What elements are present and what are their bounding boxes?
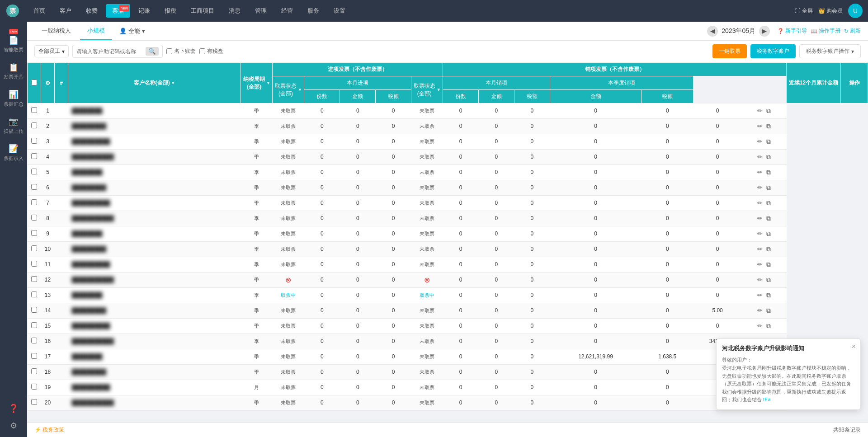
digital-account-btn[interactable]: 税务数字账户 [750,44,796,58]
check-ledger-checkbox[interactable] [166,48,172,54]
sidebar-item-scan[interactable]: 📷 扫描上传 [2,113,25,138]
row-edit-btn[interactable]: ✏ [756,275,764,284]
row-copy-btn[interactable]: ⧉ [765,152,772,162]
out-status-filter-icon[interactable]: ▼ [436,87,441,92]
row-checkbox[interactable] [31,245,37,251]
row-checkbox[interactable] [31,153,37,159]
tab-all[interactable]: 👤 全能 ▾ [114,23,151,40]
notification-link[interactable]: tEa [763,397,771,402]
member-btn[interactable]: 👑 购会员 [818,7,843,15]
tab-small-scale[interactable]: 小规模 [80,22,112,40]
row-edit-btn[interactable]: ✏ [756,229,764,238]
tab-general-taxpayer[interactable]: 一般纳税人 [34,22,78,40]
row-checkbox[interactable] [31,184,37,190]
row-edit-btn[interactable]: ✏ [756,183,764,192]
row-checkbox[interactable] [31,368,37,374]
tax-policy-link[interactable]: ⚡ 税务政策 [34,426,64,434]
check-ledger-label[interactable]: 名下账套 [166,47,196,55]
search-button[interactable]: 🔍 [146,47,159,56]
row-checkbox[interactable] [31,122,37,128]
period-next-btn[interactable]: ▶ [759,26,770,37]
new-guide-btn[interactable]: ❓ 新手引导 [777,27,807,35]
nav-settings[interactable]: 设置 [327,4,352,18]
row-checkbox[interactable] [31,291,37,297]
row-edit-btn[interactable]: ✏ [756,214,764,223]
row-copy-btn[interactable]: ⧉ [765,229,772,239]
nav-tax[interactable]: 报税 [158,4,183,18]
row-checkbox[interactable] [31,399,37,405]
select-all-checkbox[interactable] [31,80,37,85]
row-edit-btn[interactable]: ✏ [756,306,764,315]
nav-message[interactable]: 消息 [222,4,247,18]
row-edit-btn[interactable]: ✏ [756,168,764,177]
avatar[interactable]: U [848,4,863,18]
nav-manage[interactable]: 管理 [249,4,273,18]
nav-service[interactable]: 服务 [301,4,326,18]
nav-fee[interactable]: 收费 [80,4,104,18]
row-copy-btn[interactable]: ⧉ [765,183,772,193]
digital-account-op-btn[interactable]: 税务数字账户操作 ▾ [799,44,861,58]
sidebar-item-invoice-open[interactable]: 📋 发票开具 [2,59,25,84]
row-checkbox[interactable] [31,307,37,313]
row-edit-btn[interactable]: ✏ [756,106,764,115]
sidebar-item-smart-ticket[interactable]: new 📄 智能取票 [2,25,25,57]
row-checkbox[interactable] [31,199,37,205]
period-filter-icon[interactable]: ▼ [266,80,271,85]
logo[interactable]: 票 [5,4,20,18]
employee-filter[interactable]: 全部员工 ▾ [34,45,69,57]
row-checkbox[interactable] [31,169,37,174]
nav-business[interactable]: 工商项目 [184,4,221,18]
period-prev-btn[interactable]: ◀ [707,26,718,37]
nav-home[interactable]: 首页 [27,4,52,18]
manual-btn[interactable]: 📖 操作手册 [811,27,840,35]
sidebar-item-summary[interactable]: 📊 票据汇总 [2,86,25,111]
check-tax-label[interactable]: 有税盘 [199,47,223,55]
row-checkbox[interactable] [31,384,37,390]
row-checkbox[interactable] [31,230,37,236]
row-checkbox[interactable] [31,338,37,343]
row-copy-btn[interactable]: ⧉ [765,321,772,331]
row-copy-btn[interactable]: ⧉ [765,168,772,177]
search-input[interactable] [76,48,146,55]
row-edit-btn[interactable]: ✏ [756,122,764,131]
row-edit-btn[interactable]: ✏ [756,260,764,269]
row-checkbox[interactable] [31,215,37,221]
row-copy-btn[interactable]: ⧉ [765,291,772,300]
row-edit-btn[interactable]: ✏ [756,321,764,330]
row-copy-btn[interactable]: ⧉ [765,137,772,146]
row-period-cell: 季 [241,180,273,195]
row-checkbox[interactable] [31,107,37,113]
row-edit-btn[interactable]: ✏ [756,291,764,300]
client-filter-icon[interactable]: ▼ [171,80,175,85]
row-edit-btn[interactable]: ✏ [756,244,764,254]
row-copy-btn[interactable]: ⧉ [765,198,772,208]
one-click-ticket-btn[interactable]: 一键取票 [712,44,747,58]
notification-close-btn[interactable]: × [852,343,856,351]
sidebar-settings[interactable]: ⚙ [7,418,20,433]
fullscreen-btn[interactable]: ⛶ 全屏 [795,7,812,15]
nav-invoice[interactable]: 票据 new [106,4,130,18]
refresh-btn[interactable]: ↻ 刷新 [844,27,861,35]
row-checkbox[interactable] [31,276,37,282]
row-checkbox[interactable] [31,261,37,267]
row-copy-btn[interactable]: ⧉ [765,244,772,254]
row-edit-btn[interactable]: ✏ [756,152,764,161]
row-edit-btn[interactable]: ✏ [756,198,764,207]
row-checkbox[interactable] [31,138,37,144]
row-copy-btn[interactable]: ⧉ [765,214,772,223]
row-copy-btn[interactable]: ⧉ [765,275,772,285]
row-edit-btn[interactable]: ✏ [756,137,764,146]
nav-client[interactable]: 客户 [53,4,78,18]
sidebar-item-entry[interactable]: 📝 票据录入 [2,140,25,165]
row-copy-btn[interactable]: ⧉ [765,260,772,269]
check-tax-checkbox[interactable] [199,48,205,54]
row-copy-btn[interactable]: ⧉ [765,106,772,116]
nav-operate[interactable]: 经营 [275,4,299,18]
in-status-filter-icon[interactable]: ▼ [298,87,302,92]
row-checkbox[interactable] [31,353,37,359]
row-copy-btn[interactable]: ⧉ [765,306,772,315]
row-checkbox[interactable] [31,322,37,328]
row-copy-btn[interactable]: ⧉ [765,122,772,131]
nav-accounting[interactable]: 记账 [132,4,156,18]
sidebar-help[interactable]: ❓ [6,401,21,416]
